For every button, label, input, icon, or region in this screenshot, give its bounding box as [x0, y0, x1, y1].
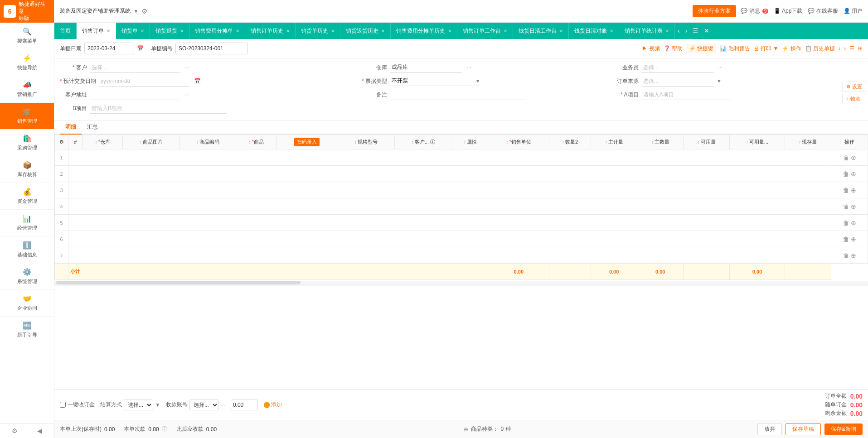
discard-button[interactable]: 放弃: [757, 423, 782, 435]
add-payment-btn[interactable]: 🟠 添加: [263, 401, 282, 409]
table-scrollbar[interactable]: [54, 281, 868, 286]
tab-detail[interactable]: 明细: [60, 120, 82, 135]
customer-input[interactable]: [90, 62, 180, 73]
list-view-btn[interactable]: ☰: [849, 45, 854, 52]
sidebar-item-operations[interactable]: 📊 经营管理: [0, 210, 54, 236]
sidebar-item-system[interactable]: ⚙️ 系统管理: [0, 263, 54, 290]
tab-close-all-btn[interactable]: ✕: [701, 23, 712, 39]
tab-sales-order-close[interactable]: ✕: [107, 29, 110, 34]
b-project-input[interactable]: [90, 103, 226, 114]
operations-btn[interactable]: ⚡ 操作: [782, 45, 801, 53]
quick-order-checkbox[interactable]: 一键收订金: [60, 401, 95, 409]
account-dots[interactable]: ···: [221, 402, 225, 408]
save-new-button[interactable]: 保存&新增: [824, 424, 863, 435]
tab-next-btn[interactable]: ›: [683, 23, 690, 39]
tab-return-history-close[interactable]: ✕: [381, 29, 385, 34]
tab-order-workbench-close[interactable]: ✕: [504, 29, 507, 34]
sidebar-collapse-btn[interactable]: ◀: [37, 427, 42, 434]
number-input[interactable]: [175, 43, 248, 54]
tab-sales-order[interactable]: 销售订单 ✕: [77, 23, 116, 39]
print-btn[interactable]: 🖨 打印 ▼: [754, 45, 779, 53]
scan-input-btn[interactable]: 扫码录入: [294, 138, 320, 146]
sidebar-settings-btn[interactable]: ⚙: [12, 427, 18, 434]
th-available2[interactable]: ↕可用量...: [730, 135, 785, 149]
th-main-qty[interactable]: ↕主数量: [637, 135, 684, 149]
copy-row-btn[interactable]: ⊕: [851, 154, 856, 161]
tab-invoice-history[interactable]: 销货单历史 ✕: [296, 23, 340, 39]
tab-fee-history[interactable]: 销售费用分摊单历史 ✕: [391, 23, 457, 39]
th-main-unit[interactable]: ↕主计量: [591, 135, 637, 149]
delete-row-btn[interactable]: 🗑: [843, 252, 849, 259]
tab-daily-workbench[interactable]: 钱货日清工作台 ✕: [513, 23, 569, 39]
product-count-icon[interactable]: ⊕: [464, 426, 468, 433]
tab-sales-fee[interactable]: 销售费用分摊单 ✕: [189, 23, 245, 39]
app-download-btn[interactable]: 📱 App下载: [774, 7, 802, 15]
video-btn[interactable]: ▶ 视频: [642, 45, 659, 53]
delete-row-btn[interactable]: 🗑: [843, 236, 849, 243]
delete-row-btn[interactable]: 🗑: [843, 219, 849, 226]
address-dots[interactable]: ···: [185, 91, 189, 98]
account-select[interactable]: 选择...: [189, 399, 219, 410]
delivery-calendar-icon[interactable]: 📅: [194, 78, 201, 84]
th-sales-unit[interactable]: ↕*销售单位: [488, 135, 549, 149]
user-btn[interactable]: 👤 用户: [844, 7, 863, 15]
th-customer-code[interactable]: ↕客户... ⓘ: [394, 135, 452, 149]
tab-order-workbench[interactable]: 销售订单工作台 ✕: [457, 23, 513, 39]
tab-sales-invoice-close[interactable]: ✕: [141, 29, 144, 34]
th-attribute[interactable]: ↕属性: [452, 135, 488, 149]
address-input[interactable]: [90, 89, 180, 100]
warehouse-dots[interactable]: ···: [467, 64, 471, 71]
save-draft-button[interactable]: 保存草稿: [786, 423, 821, 435]
date-input[interactable]: [84, 43, 134, 54]
tab-sales-stat-close[interactable]: ✕: [665, 29, 669, 34]
current-info-icon[interactable]: ⓘ: [162, 425, 167, 433]
tab-home[interactable]: 首页: [54, 23, 77, 39]
settings-btn[interactable]: ⚙ 设置: [842, 82, 866, 92]
tab-sales-return[interactable]: 销货退货 ✕: [150, 23, 189, 39]
help-btn[interactable]: ❓ 帮助: [664, 45, 683, 53]
th-product[interactable]: ↕*商品: [236, 135, 276, 149]
delete-row-btn[interactable]: 🗑: [843, 203, 849, 210]
th-stock[interactable]: ↕现存量: [785, 135, 831, 149]
sidebar-item-inventory[interactable]: 📦 库存核算: [0, 156, 54, 183]
shortcut-btn[interactable]: ⚡ 快捷键: [686, 44, 716, 53]
sidebar-item-quicknav[interactable]: ⚡ 快捷导航: [0, 49, 54, 76]
payment-dropdown[interactable]: ▼: [155, 402, 160, 408]
order-source-dropdown[interactable]: ▼: [717, 78, 722, 84]
sidebar-item-sales[interactable]: 🛒 销售管理: [0, 103, 54, 130]
tab-sales-invoice[interactable]: 销货单 ✕: [116, 23, 150, 39]
invoice-dropdown-icon[interactable]: ▼: [475, 78, 480, 84]
grid-view-btn[interactable]: ⊞: [858, 45, 863, 52]
payment-select[interactable]: 选择...: [124, 399, 153, 410]
remark-input[interactable]: [390, 89, 526, 100]
copy-row-btn[interactable]: ⊕: [851, 252, 856, 259]
topbar-settings-icon[interactable]: ⚙: [141, 7, 147, 15]
th-settings[interactable]: ⚙: [55, 135, 68, 149]
sidebar-item-purchase[interactable]: 🛍️ 采购管理: [0, 130, 54, 156]
sidebar-item-base-info[interactable]: ℹ️ 基础信息: [0, 236, 54, 263]
tab-daily-workbench-close[interactable]: ✕: [559, 29, 563, 34]
tab-fee-history-close[interactable]: ✕: [448, 29, 451, 34]
tab-summary[interactable]: 汇总: [82, 120, 103, 135]
th-product-image[interactable]: ↕商品图片: [123, 135, 179, 149]
message-btn[interactable]: 💬 消息 9: [741, 7, 768, 15]
th-scan[interactable]: 扫码录入: [276, 135, 338, 149]
th-warehouse[interactable]: ↕*仓库: [82, 135, 123, 149]
tab-return-history[interactable]: 销货退货历史 ✕: [340, 23, 391, 39]
tab-prev-btn[interactable]: ‹: [675, 23, 683, 39]
warehouse-input[interactable]: [390, 62, 462, 73]
copy-row-btn[interactable]: ⊕: [851, 236, 856, 243]
copy-row-btn[interactable]: ⊕: [851, 187, 856, 194]
profit-btn[interactable]: 📊 毛利预告: [720, 45, 750, 53]
logistics-btn[interactable]: + 物流: [842, 94, 866, 104]
copy-row-btn[interactable]: ⊕: [851, 219, 856, 226]
copy-row-btn[interactable]: ⊕: [851, 203, 856, 210]
tab-order-history[interactable]: 销售订单历史 ✕: [245, 23, 296, 39]
delete-row-btn[interactable]: 🗑: [843, 187, 849, 194]
scrollbar-thumb[interactable]: [56, 281, 301, 284]
tab-list-btn[interactable]: ☰: [690, 23, 701, 39]
prev-record-btn[interactable]: ‹: [839, 45, 840, 52]
online-service-btn[interactable]: 💬 在线客服: [808, 7, 838, 15]
quick-order-input[interactable]: [60, 402, 66, 408]
sidebar-item-marketing[interactable]: 📣 营销推广: [0, 76, 54, 103]
